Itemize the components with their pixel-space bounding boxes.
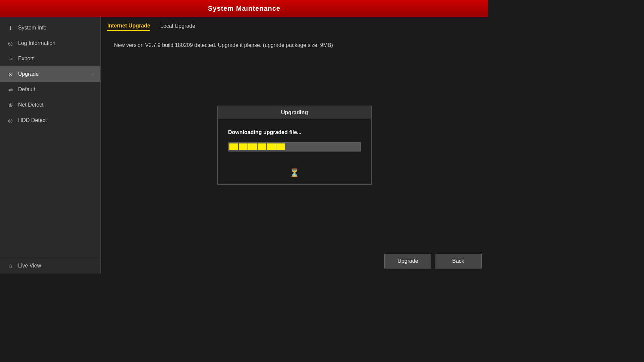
sidebar-item-upgrade[interactable]: ⊙ Upgrade › — [0, 66, 100, 82]
hourglass-icon: ⏳ — [289, 168, 300, 178]
main-layout: ℹ System Info ◎ Log Information ↬ Export… — [0, 17, 488, 274]
progress-bar-container — [228, 142, 361, 152]
export-icon: ↬ — [7, 55, 14, 62]
sidebar: ℹ System Info ◎ Log Information ↬ Export… — [0, 17, 101, 274]
sidebar-item-default[interactable]: ⇌ Default — [0, 82, 100, 97]
sidebar-item-label: System Info — [18, 25, 46, 31]
sidebar-item-export[interactable]: ↬ Export — [0, 51, 100, 66]
dialog-title: Upgrading — [218, 106, 371, 119]
progress-bar-fill — [228, 142, 361, 151]
progress-segment-1 — [229, 143, 238, 150]
sidebar-item-label: HDD Detect — [18, 117, 47, 123]
default-icon: ⇌ — [7, 86, 14, 93]
progress-segment-4 — [258, 143, 266, 150]
net-detect-icon: ⊕ — [7, 101, 14, 109]
sidebar-item-label: Export — [18, 56, 34, 62]
progress-segment-2 — [239, 143, 248, 150]
log-information-icon: ◎ — [7, 40, 14, 47]
sidebar-item-label: Upgrade — [18, 71, 39, 77]
progress-segment-6 — [276, 143, 285, 150]
sidebar-item-label: Net Detect — [18, 102, 44, 108]
dialog-body: Downloading upgraded file... — [218, 119, 371, 165]
upgrading-dialog: Upgrading Downloading upgraded file... — [217, 106, 372, 185]
sidebar-item-log-information[interactable]: ◎ Log Information — [0, 36, 100, 51]
dialog-footer: ⏳ — [218, 165, 371, 184]
back-button[interactable]: Back — [435, 254, 482, 268]
dialog-status: Downloading upgraded file... — [228, 129, 361, 135]
sidebar-item-net-detect[interactable]: ⊕ Net Detect — [0, 97, 100, 113]
header: System Maintenance — [0, 0, 488, 17]
system-info-icon: ℹ — [7, 24, 14, 32]
dialog-overlay: Upgrading Downloading upgraded file... — [101, 17, 488, 274]
live-view-icon: ⌂ — [7, 262, 14, 269]
header-title: System Maintenance — [208, 5, 280, 12]
content-area: Internet Upgrade Local Upgrade New versi… — [101, 17, 488, 274]
sidebar-item-label: Default — [18, 86, 35, 93]
hdd-detect-icon: ◎ — [7, 117, 14, 124]
sidebar-live-view[interactable]: ⌂ Live View — [0, 258, 100, 274]
bottom-bar: Upgrade Back — [378, 249, 488, 274]
sidebar-item-hdd-detect[interactable]: ◎ HDD Detect — [0, 113, 100, 128]
live-view-label: Live View — [18, 263, 41, 269]
upgrade-arrow: › — [92, 71, 94, 77]
upgrade-button[interactable]: Upgrade — [384, 254, 431, 268]
sidebar-item-label: Log Information — [18, 40, 55, 46]
progress-segment-5 — [267, 143, 276, 150]
sidebar-item-system-info[interactable]: ℹ System Info — [0, 20, 100, 36]
progress-segment-3 — [248, 143, 257, 150]
upgrade-icon: ⊙ — [7, 70, 14, 78]
